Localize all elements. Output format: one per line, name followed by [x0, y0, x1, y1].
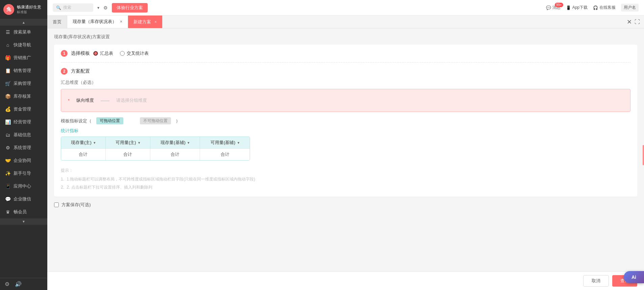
- sidebar-item-label: 经营管理: [14, 119, 31, 125]
- sidebar-bottom: ⚙ 🔊: [0, 278, 47, 290]
- th-current-aux-chevron[interactable]: ▾: [188, 141, 190, 145]
- sidebar-item-label: 库存核算: [14, 93, 31, 99]
- main-area: 🔍 搜索 ▾ ⚙ 体验行业方案 💬 消息 99+ 📱 App下载 🎧 在线客服 …: [47, 0, 644, 290]
- close-window-icon[interactable]: ✕: [627, 18, 632, 26]
- tab-inventory-label: 现存量（库存状况表）: [73, 19, 117, 25]
- th-current-main[interactable]: 现存量(主) ▾: [61, 137, 105, 149]
- msg-badge: 99+: [555, 3, 563, 7]
- table-header-row: 现存量(主) ▾ 可用量(主) ▾: [61, 137, 250, 149]
- tab-inventory-status[interactable]: 现存量（库存状况表） ×: [67, 16, 128, 28]
- app-logo: 兔 畅康通好生意 标准版: [0, 0, 47, 19]
- action-bar: 取消 查询: [47, 271, 644, 290]
- search-menu-icon: ☰: [5, 29, 11, 35]
- app-center-icon: 📱: [5, 183, 11, 189]
- sidebar-item-new-guide[interactable]: ✨ 新手引导: [0, 167, 47, 180]
- radio-summary[interactable]: 汇总表: [93, 50, 113, 56]
- step2-title: 方案配置: [71, 68, 90, 74]
- step2-badge: 2: [61, 68, 68, 75]
- sidebar-scroll-down[interactable]: ▼: [0, 218, 47, 225]
- tab-home[interactable]: 首页: [47, 16, 67, 28]
- wechat-icon: 💬: [5, 196, 11, 202]
- sidebar-item-marketing[interactable]: 🎁 营销推广: [0, 51, 47, 64]
- sidebar-item-label: 新手引导: [14, 170, 31, 176]
- tab-new-scheme[interactable]: 新建方案 ×: [128, 16, 163, 28]
- topbar-dropdown[interactable]: ▾: [97, 5, 99, 10]
- dimension-name-label: 纵向维度: [76, 97, 94, 103]
- home-icon: ⌂: [5, 42, 11, 48]
- th-available-aux[interactable]: 可用量(基辅) ▾: [200, 137, 250, 149]
- scheme-settings-card: 1 选择模板 汇总表 交叉统计表 2 方案配置: [54, 45, 637, 197]
- radio-summary-label: 汇总表: [100, 50, 113, 56]
- topbar-msg[interactable]: 💬 消息 99+: [546, 5, 561, 10]
- draggable-chip: 可拖动位置: [96, 117, 123, 124]
- step1-header: 1 选择模板 汇总表 交叉统计表: [61, 50, 630, 57]
- expand-icon[interactable]: ⛶: [635, 19, 640, 25]
- cancel-button[interactable]: 取消: [583, 275, 609, 287]
- sidebar-item-quick-nav[interactable]: ⌂ 快捷导航: [0, 39, 47, 51]
- topbar-user[interactable]: 用户名: [621, 4, 639, 11]
- stats-table: 现存量(主) ▾ 可用量(主) ▾: [61, 137, 250, 160]
- sidebar-scroll-up[interactable]: ▲: [0, 19, 47, 26]
- audio-icon[interactable]: 🔊: [15, 281, 22, 287]
- finance-icon: 💰: [5, 106, 11, 112]
- sidebar-item-search-menu[interactable]: ☰ 搜索菜单: [0, 26, 47, 39]
- sidebar-item-label: 畅会员: [14, 209, 27, 215]
- radio-summary-input[interactable]: [93, 51, 98, 56]
- page-title: 现存量(库存状况表)方案设置: [54, 34, 637, 40]
- topbar-app-download[interactable]: 📱 App下载: [566, 5, 588, 10]
- app-version: 标准版: [17, 10, 41, 15]
- th-current-aux[interactable]: 现存量(基辅) ▾: [150, 137, 200, 149]
- sidebar-item-inventory[interactable]: 📦 库存核算: [0, 90, 47, 103]
- tab-inventory-close[interactable]: ×: [120, 19, 122, 24]
- sidebar-item-cooperation[interactable]: 🤝 企业协同: [0, 154, 47, 167]
- topbar-search[interactable]: 🔍 搜索: [53, 3, 93, 12]
- sidebar-item-label: 企业协同: [14, 158, 31, 164]
- save-scheme-checkbox[interactable]: [54, 202, 59, 207]
- sidebar-item-wechat[interactable]: 💬 企业微信: [0, 193, 47, 206]
- not-draggable-chip: 不可拖动位置: [140, 117, 171, 124]
- dimension-field-label: 汇总维度（必选）: [61, 79, 630, 86]
- step2-header: 2 方案配置: [61, 68, 630, 75]
- sidebar-item-label: 营销推广: [14, 55, 31, 61]
- trial-btn[interactable]: 体验行业方案: [112, 3, 148, 13]
- ai-float-button[interactable]: Ai: [624, 271, 644, 283]
- radio-cross-label: 交叉统计表: [127, 50, 149, 56]
- hints-area: 提示： 1. 1.拖动标题栏可以调整布局，不可跨维度或指标区域拖动栏目字段(只能…: [61, 166, 630, 191]
- sidebar-item-purchase[interactable]: 🛒 采购管理: [0, 77, 47, 90]
- tab-home-label: 首页: [53, 19, 61, 25]
- sidebar-item-label: 基础信息: [14, 132, 31, 138]
- sidebar-item-app-center[interactable]: 📱 应用中心: [0, 180, 47, 193]
- purchase-icon: 🛒: [5, 80, 11, 87]
- topbar: 🔍 搜索 ▾ ⚙ 体验行业方案 💬 消息 99+ 📱 App下载 🎧 在线客服 …: [47, 0, 644, 16]
- sidebar-item-base-info[interactable]: 🗂 基础信息: [0, 128, 47, 141]
- th-available-main[interactable]: 可用量(主) ▾: [105, 137, 150, 149]
- sidebar-item-system[interactable]: ⚙ 系统管理: [0, 141, 47, 154]
- inventory-icon: 📦: [5, 93, 11, 99]
- sidebar-item-finance[interactable]: 💰 资金管理: [0, 103, 47, 116]
- right-scroll-indicator[interactable]: [643, 145, 644, 165]
- operation-icon: 📊: [5, 119, 11, 125]
- template-radio-group: 汇总表 交叉统计表: [93, 50, 149, 56]
- radio-cross[interactable]: 交叉统计表: [120, 50, 149, 56]
- sidebar-item-operation[interactable]: 📊 经营管理: [0, 116, 47, 128]
- tab-new-scheme-label: 新建方案: [133, 19, 151, 25]
- topbar-service[interactable]: 🎧 在线客服: [593, 5, 616, 10]
- content-area: 现存量(库存状况表)方案设置 1 选择模板 汇总表 交叉统计表: [47, 28, 644, 271]
- th-current-main-chevron[interactable]: ▾: [94, 141, 96, 145]
- settings-icon[interactable]: ⚙: [5, 281, 9, 287]
- dimension-area[interactable]: * 纵向维度 —— 请选择分组维度: [61, 89, 630, 112]
- cooperation-icon: 🤝: [5, 158, 11, 164]
- tab-new-scheme-close[interactable]: ×: [154, 20, 157, 24]
- th-available-main-label: 可用量(主): [116, 140, 136, 146]
- step1-badge: 1: [61, 50, 68, 57]
- sidebar-item-label: 资金管理: [14, 106, 31, 112]
- step1-title: 选择模板: [71, 50, 90, 56]
- sidebar-item-member[interactable]: ♛ 畅会员: [0, 206, 47, 218]
- topbar-gear-icon[interactable]: ⚙: [103, 5, 108, 10]
- radio-cross-input[interactable]: [120, 51, 125, 56]
- th-current-aux-label: 现存量(基辅): [160, 140, 185, 146]
- sidebar-item-sales[interactable]: 📋 销售管理: [0, 64, 47, 77]
- sidebar: 兔 畅康通好生意 标准版 ▲ ☰ 搜索菜单 ⌂ 快捷导航 🎁 营销推广 📋 销售…: [0, 0, 47, 290]
- th-available-main-chevron[interactable]: ▾: [138, 141, 140, 145]
- th-available-aux-chevron[interactable]: ▾: [238, 141, 240, 145]
